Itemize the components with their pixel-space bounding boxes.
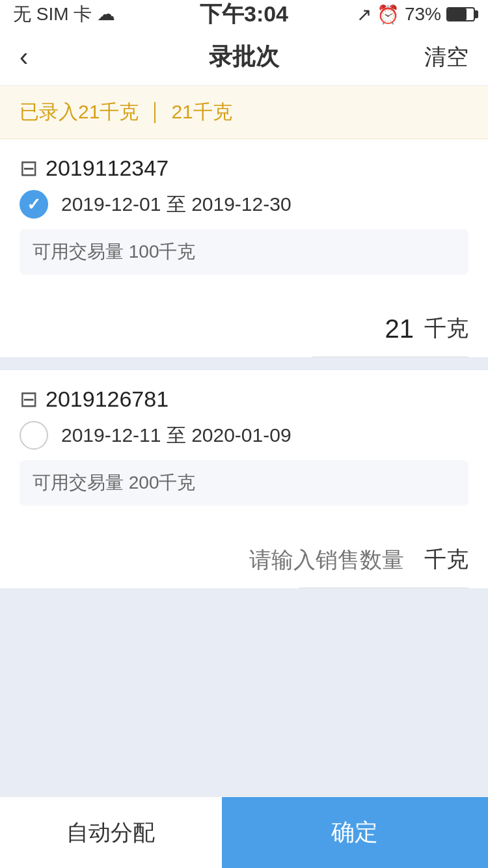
batch-item-1: ⊟ 2019112347 ✓ 2019-12-01 至 2019-12-30 可… xyxy=(0,139,488,357)
batch2-id: 2019126781 xyxy=(46,387,169,412)
battery-level: 73% xyxy=(405,4,441,25)
alarm-icon: ⏰ xyxy=(377,4,400,25)
clear-button[interactable]: 清空 xyxy=(424,42,468,72)
batch1-id: 2019112347 xyxy=(46,156,169,181)
summary-divider xyxy=(154,102,156,123)
status-time: 下午3:04 xyxy=(200,0,288,29)
confirm-button[interactable]: 确定 xyxy=(222,797,488,868)
batch1-available: 可用交易量 100千克 xyxy=(20,229,468,275)
status-right: ↗ ⏰ 73% xyxy=(357,4,475,25)
no-sim-text: 无 SIM 卡 ☁ xyxy=(13,2,115,27)
batch1-date: 2019-12-01 至 2019-12-30 xyxy=(61,191,291,218)
batch1-unit: 千克 xyxy=(424,314,468,344)
check-icon: ✓ xyxy=(27,195,41,215)
location-icon: ↗ xyxy=(357,4,372,25)
batch-item-2: ⊟ 2019126781 2019-12-11 至 2020-01-09 可用交… xyxy=(0,370,488,588)
page-title: 录批次 xyxy=(209,41,279,73)
section-separator-1 xyxy=(0,357,488,370)
batch2-amount-input[interactable] xyxy=(206,547,414,573)
auto-distribute-button[interactable]: 自动分配 xyxy=(0,797,222,868)
battery-icon xyxy=(446,7,475,21)
status-left: 无 SIM 卡 ☁ xyxy=(13,2,115,27)
confirm-label: 确定 xyxy=(331,817,378,848)
batch2-unit: 千克 xyxy=(424,545,468,575)
nav-bar: ‹ 录批次 清空 xyxy=(0,29,488,86)
status-bar: 无 SIM 卡 ☁ 下午3:04 ↗ ⏰ 73% xyxy=(0,0,488,29)
summary-label: 已录入21千克 xyxy=(20,99,139,126)
summary-banner: 已录入21千克 21千克 xyxy=(0,86,488,139)
bottom-bar: 自动分配 确定 xyxy=(0,796,488,868)
back-button[interactable]: ‹ xyxy=(20,42,72,72)
batch2-icon: ⊟ xyxy=(20,386,38,412)
batch2-radio[interactable] xyxy=(20,421,48,450)
batch1-amount: 21 xyxy=(385,314,414,344)
batch1-radio[interactable]: ✓ xyxy=(20,190,48,219)
batch1-icon: ⊟ xyxy=(20,155,38,181)
batch2-available: 可用交易量 200千克 xyxy=(20,460,468,506)
summary-value: 21千克 xyxy=(171,99,232,126)
auto-distribute-label: 自动分配 xyxy=(66,818,155,848)
batch2-date: 2019-12-11 至 2020-01-09 xyxy=(61,422,291,449)
